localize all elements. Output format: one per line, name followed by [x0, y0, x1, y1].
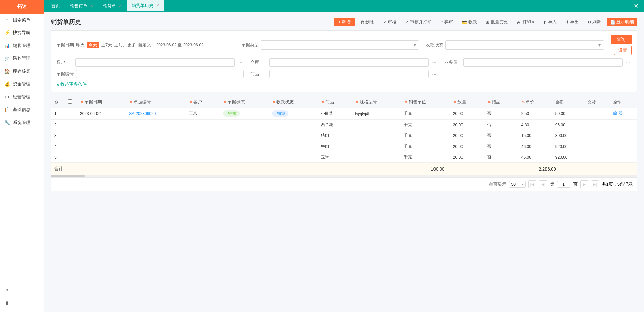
- cell-settings: 5: [51, 152, 64, 163]
- first-page-btn[interactable]: |◀: [528, 180, 536, 188]
- warehouse-input[interactable]: [269, 58, 429, 67]
- settings-button[interactable]: 设置: [614, 46, 632, 55]
- close-all-tabs[interactable]: ✕: [631, 2, 641, 10]
- add-button[interactable]: + 新增: [334, 18, 355, 26]
- col-sales-unit[interactable]: ⇅ 销售单位: [400, 96, 449, 108]
- tab-sales-order-label: 销售订单: [70, 3, 87, 9]
- sidebar-item-search-menu[interactable]: ≡ 搜索菜单: [0, 14, 44, 26]
- last-page-btn[interactable]: ▶|: [591, 180, 599, 188]
- delete-button[interactable]: 🗑 删除: [357, 18, 377, 26]
- sidebar-item-inventory-calc[interactable]: 🏠 库存核算: [0, 65, 44, 78]
- table-row: 1 2023-06-02 SA-20230602-0 王总 已生效 已收款 小白…: [51, 108, 637, 120]
- main-content: 首页 销售订单 ✕ 销货单 ✕ 销货单历史 ✕ ✕ 销货单历史 + 新增: [44, 0, 644, 312]
- doc-no-link[interactable]: SA-20230602-0: [129, 111, 157, 116]
- col-settings[interactable]: ⚙: [51, 96, 64, 108]
- row-checkbox[interactable]: [68, 111, 72, 115]
- scrollbar-thumb[interactable]: [51, 175, 85, 177]
- more-action[interactable]: 器: [618, 111, 622, 116]
- shortcut-last1month[interactable]: 近1月: [114, 42, 125, 48]
- doc-type-input[interactable]: [264, 41, 414, 49]
- sidebar-item-operation-mgmt[interactable]: ⚙ 经营管理: [0, 90, 44, 103]
- customer-input[interactable]: [75, 58, 235, 67]
- collapse-filter-btn[interactable]: ∧ 收起更多条件: [56, 81, 632, 87]
- audit-button[interactable]: ✓ 审核: [380, 18, 400, 26]
- export-button[interactable]: ⬇ 导出: [562, 18, 582, 26]
- sidebar-item-finance-mgmt[interactable]: 💰 资金管理: [0, 78, 44, 90]
- query-button[interactable]: 查询: [611, 35, 632, 44]
- doc-no-input[interactable]: [76, 70, 244, 78]
- import-button[interactable]: ⬆ 导入: [540, 18, 560, 26]
- next-page-btn[interactable]: ▶: [580, 180, 588, 188]
- salesperson-label: 业务员: [444, 59, 461, 66]
- cell-checkbox: [64, 130, 77, 141]
- audit-print-button[interactable]: ✓ 审核并打印: [402, 18, 435, 26]
- sidebar-item-label-purchase: 采购管理: [13, 55, 30, 61]
- import-icon: ⬆: [543, 20, 547, 25]
- shortcut-more[interactable]: 更多: [127, 42, 136, 48]
- tab-sales-delivery-close[interactable]: ✕: [119, 4, 122, 8]
- tab-sales-order-close[interactable]: ✕: [90, 4, 93, 8]
- collapse-more-button[interactable]: ∧ 收起更多条件: [56, 81, 87, 87]
- goods-ellipsis[interactable]: ···: [431, 71, 438, 77]
- tab-sales-history-close[interactable]: ✕: [156, 3, 159, 8]
- shortcut-today[interactable]: 今天: [87, 42, 99, 48]
- print-button[interactable]: 🖨 打印 ▾: [513, 18, 538, 26]
- col-customer[interactable]: ⇅ 客户: [186, 96, 220, 108]
- abandon-button[interactable]: ○ 弃审: [437, 18, 456, 26]
- salesperson-ellipsis[interactable]: ···: [625, 60, 632, 65]
- table-settings-icon[interactable]: ⚙: [54, 100, 58, 105]
- horizontal-scrollbar[interactable]: [51, 175, 637, 177]
- collect-status-input[interactable]: [448, 41, 598, 49]
- cell-quantity: 20.00: [450, 120, 484, 130]
- cell-unit-price: 2.50: [518, 108, 552, 120]
- customer-ellipsis[interactable]: ···: [237, 60, 244, 65]
- doc-no-sort-icon: ⇅: [130, 100, 132, 104]
- salesperson-input[interactable]: [463, 58, 623, 67]
- tab-sales-order[interactable]: 销售订单 ✕: [65, 0, 98, 12]
- cell-doc-date: 2023-06-02: [77, 108, 125, 120]
- page-size-select[interactable]: 20 50 100 200: [509, 181, 526, 188]
- select-all-checkbox[interactable]: [68, 99, 72, 104]
- collect-button[interactable]: 💳 收款: [458, 18, 480, 26]
- col-unit-price[interactable]: ⇅ 单价: [518, 96, 552, 108]
- tab-home[interactable]: 首页: [47, 0, 65, 12]
- show-detail-button[interactable]: 📄 显示明细: [607, 18, 637, 26]
- page-title: 销货单历史: [51, 18, 81, 26]
- delete-icon: 🗑: [360, 20, 364, 25]
- col-quantity[interactable]: ⇅ 数量: [450, 96, 484, 108]
- shortcut-last7days[interactable]: 近7天: [101, 42, 112, 48]
- warehouse-ellipsis[interactable]: ···: [431, 60, 438, 65]
- refresh-button[interactable]: ↻ 刷新: [584, 18, 605, 26]
- cell-transaction: [584, 108, 610, 120]
- sidebar-item-basic-info[interactable]: 📋 基础信息: [0, 103, 44, 116]
- tab-sales-delivery-label: 销货单: [103, 3, 116, 9]
- shortcut-yesterday[interactable]: 昨天: [76, 42, 85, 48]
- sidebar-theme-btn[interactable]: ☀: [0, 284, 44, 296]
- col-goods[interactable]: ⇅ 商品: [317, 96, 352, 108]
- abandon-icon: ○: [441, 20, 443, 25]
- col-spec-type[interactable]: ⇅ 规格型号: [352, 96, 400, 108]
- col-doc-status[interactable]: ⇅ 单据状态: [220, 96, 269, 108]
- sidebar-item-system-mgmt[interactable]: 🔧 系统管理: [0, 116, 44, 129]
- sales-icon: 📊: [4, 43, 10, 49]
- goods-input[interactable]: [269, 70, 429, 78]
- cell-goods: 小白菜: [317, 108, 352, 120]
- edit-action[interactable]: 编: [613, 111, 617, 116]
- shortcut-custom[interactable]: 自定义: [138, 42, 151, 48]
- sidebar-item-sales-mgmt[interactable]: 📊 销售管理: [0, 39, 44, 52]
- tab-sales-history[interactable]: 销货单历史 ✕: [127, 0, 164, 12]
- batch-change-button[interactable]: ⊞ 批量变更: [482, 18, 511, 26]
- col-doc-no[interactable]: ⇅ 单据编号: [125, 96, 185, 108]
- cell-unit-price: 46.00: [518, 141, 552, 152]
- col-collect-status[interactable]: ⇅ 收款状态: [269, 96, 317, 108]
- sidebar-pause-btn[interactable]: ⏸: [0, 296, 44, 309]
- data-table: ⚙ ⇅ 单据日期 ⇅ 单据编号: [51, 96, 637, 163]
- sidebar-item-quick-nav[interactable]: ⚡ 快捷导航: [0, 26, 44, 39]
- prev-page-btn[interactable]: ◀: [539, 180, 547, 188]
- cell-spec-type: [352, 152, 400, 163]
- sidebar-item-purchase-mgmt[interactable]: 🛒 采购管理: [0, 52, 44, 65]
- page-number-input[interactable]: [557, 181, 570, 188]
- col-doc-date[interactable]: ⇅ 单据日期: [77, 96, 125, 108]
- tab-sales-delivery[interactable]: 销货单 ✕: [98, 0, 127, 12]
- col-gift[interactable]: ⇅ 赠品: [484, 96, 518, 108]
